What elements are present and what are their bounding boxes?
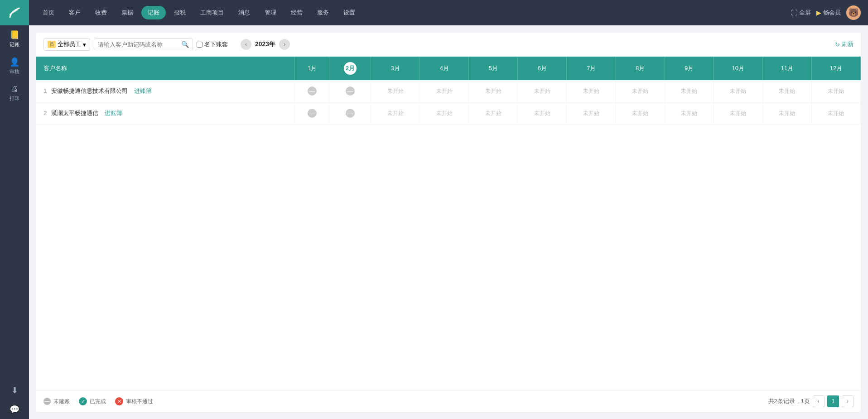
employee-tag-icon: 员 xyxy=(48,41,56,48)
month-cell-10: 未开始 xyxy=(714,80,762,102)
nav-manage[interactable]: 管理 xyxy=(258,6,283,19)
next-page-button[interactable]: › xyxy=(842,395,854,407)
next-year-button[interactable]: › xyxy=(279,39,290,50)
legend-not-created-label: 未建账 xyxy=(53,398,70,405)
status-not-started: 未开始 xyxy=(583,110,599,116)
enter-ledger-link[interactable]: 进账簿 xyxy=(105,110,122,116)
status-not-started: 未开始 xyxy=(828,110,844,116)
nav-operation[interactable]: 经营 xyxy=(285,6,309,19)
fullscreen-icon: ⛶ xyxy=(791,9,797,16)
legend-rejected-icon: ✕ xyxy=(115,397,123,405)
col-m2: 2月 xyxy=(329,57,371,80)
col-m8: 8月 xyxy=(616,57,665,80)
sidebar-item-print[interactable]: 🖨 打印 xyxy=(0,80,29,106)
nav-settings[interactable]: 设置 xyxy=(337,6,362,19)
member-icon: ▶ xyxy=(816,9,821,16)
month-cell-9: 未开始 xyxy=(665,80,714,102)
table-footer: — 未建账 ✓ 已完成 ✕ 审核不通过 共2条记录， xyxy=(36,390,861,412)
prev-page-button[interactable]: ‹ xyxy=(813,395,825,407)
search-field-wrapper: 🔍 xyxy=(94,39,193,50)
col-m7-label: 7月 xyxy=(587,65,596,72)
month-cell-1: — xyxy=(295,80,329,102)
status-not-started: 未开始 xyxy=(828,88,844,94)
col-m8-label: 8月 xyxy=(636,65,645,72)
total-records-text: 共2条记录，1页 xyxy=(768,397,810,405)
month-cell-12: 未开始 xyxy=(811,102,860,125)
col-m11-label: 11月 xyxy=(781,65,793,72)
status-not-started: 未开始 xyxy=(681,110,697,116)
table-row: 1 安徽畅捷通信息技术有限公司 进账簿——未开始未开始未开始未开始未开始未开始未… xyxy=(36,80,861,102)
customer-name: 安徽畅捷通信息技术有限公司 xyxy=(51,87,128,94)
sidebar: 📒 记账 👤 审核 🖨 打印 ⬇ 💬 xyxy=(0,0,29,419)
search-input[interactable] xyxy=(98,41,179,48)
status-not-started: 未开始 xyxy=(436,88,453,94)
customer-name-cell: 1 安徽畅捷通信息技术有限公司 进账簿 xyxy=(36,80,295,102)
row-num: 1 xyxy=(43,87,47,94)
nav-bizproject[interactable]: 工商项目 xyxy=(194,6,230,19)
sidebar-bottom: ⬇ 💬 xyxy=(0,381,29,419)
year-display: 2023年 xyxy=(255,40,275,48)
enter-ledger-link[interactable]: 进账簿 xyxy=(134,87,152,94)
page-1-button[interactable]: 1 xyxy=(827,395,839,407)
nav-tax[interactable]: 报税 xyxy=(168,6,192,19)
month-cell-3: 未开始 xyxy=(371,102,420,125)
main-card: 员 全部员工 ▾ 🔍 名下账套 ‹ 2023年 › xyxy=(36,33,861,412)
col-m1: 1月 xyxy=(295,57,329,80)
col-m10-label: 10月 xyxy=(732,65,744,72)
table-wrapper: 客户名称 1月 2月 3月 4月 xyxy=(36,57,861,390)
nav-service[interactable]: 服务 xyxy=(311,6,335,19)
employee-filter[interactable]: 员 全部员工 ▾ xyxy=(43,38,90,51)
account-checkbox-label[interactable]: 名下账套 xyxy=(197,40,228,48)
content-area: 员 全部员工 ▾ 🔍 名下账套 ‹ 2023年 › xyxy=(29,25,868,419)
employee-filter-label: 全部员工 xyxy=(58,40,81,48)
legend-not-created-icon: — xyxy=(43,398,51,405)
toolbar: 员 全部员工 ▾ 🔍 名下账套 ‹ 2023年 › xyxy=(36,33,861,57)
status-not-started: 未开始 xyxy=(387,88,404,94)
status-not-started: 未开始 xyxy=(436,110,453,116)
status-circle: — xyxy=(346,87,355,96)
print-icon: 🖨 xyxy=(10,84,19,94)
col-m2-active-badge: 2月 xyxy=(344,62,357,75)
nav-home[interactable]: 首页 xyxy=(36,6,61,19)
topnav-right: ⛶ 全屏 ▶ 畅会员 🐻 xyxy=(791,5,861,20)
nav-customer[interactable]: 客户 xyxy=(63,6,87,19)
col-m12: 12月 xyxy=(811,57,860,80)
month-cell-8: 未开始 xyxy=(616,80,665,102)
sidebar-item-accounting-label: 记账 xyxy=(10,41,19,48)
fullscreen-button[interactable]: ⛶ 全屏 xyxy=(791,9,811,17)
col-m3: 3月 xyxy=(371,57,420,80)
sidebar-item-download[interactable]: ⬇ xyxy=(0,381,29,400)
month-cell-6: 未开始 xyxy=(518,102,567,125)
nav-bookkeeping[interactable]: 记账 xyxy=(141,6,166,19)
col-m4: 4月 xyxy=(420,57,469,80)
user-avatar[interactable]: 🐻 xyxy=(846,5,861,20)
topnav: 首页 客户 收费 票据 记账 报税 工商项目 消息 管理 经营 服务 设置 ⛶ … xyxy=(29,0,868,25)
nav-invoice[interactable]: 票据 xyxy=(115,6,140,19)
row-num: 2 xyxy=(43,110,47,116)
status-not-started: 未开始 xyxy=(779,110,795,116)
month-cell-1: — xyxy=(295,102,329,125)
sidebar-item-support[interactable]: 💬 xyxy=(0,400,29,419)
refresh-button[interactable]: ↻ 刷新 xyxy=(835,40,854,48)
status-circle: — xyxy=(346,109,355,118)
sidebar-item-audit[interactable]: 👤 审核 xyxy=(0,53,29,80)
status-not-started: 未开始 xyxy=(632,88,648,94)
search-button[interactable]: 🔍 xyxy=(181,41,189,48)
month-cell-4: 未开始 xyxy=(420,102,469,125)
support-icon: 💬 xyxy=(10,405,19,414)
col-m6-label: 6月 xyxy=(538,65,547,72)
nav-collection[interactable]: 收费 xyxy=(89,6,113,19)
month-cell-6: 未开始 xyxy=(518,80,567,102)
status-not-started: 未开始 xyxy=(485,88,502,94)
nav-message[interactable]: 消息 xyxy=(232,6,256,19)
col-m9: 9月 xyxy=(665,57,714,80)
legend-completed: ✓ 已完成 xyxy=(79,397,106,405)
status-not-started: 未开始 xyxy=(534,110,550,116)
col-m6: 6月 xyxy=(518,57,567,80)
legend-completed-label: 已完成 xyxy=(90,398,106,405)
member-button[interactable]: ▶ 畅会员 xyxy=(816,9,841,17)
prev-year-button[interactable]: ‹ xyxy=(241,39,251,50)
account-checkbox[interactable] xyxy=(197,42,203,48)
sidebar-item-accounting[interactable]: 📒 记账 xyxy=(0,25,29,53)
month-cell-10: 未开始 xyxy=(714,102,762,125)
